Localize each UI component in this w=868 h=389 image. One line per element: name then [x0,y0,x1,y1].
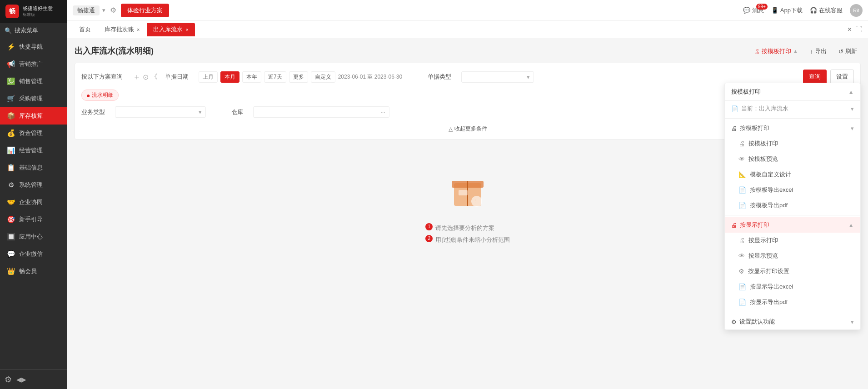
topbar: 畅捷通 ▾ ⚙ 体验行业方案 💬 消息 99+ 📱 App下载 🎧 在线客服 R… [67,0,868,21]
trial-button[interactable]: 体验行业方案 [121,4,169,17]
page-title: 出入库流水(流水明细) [75,45,861,56]
template-section-label: 按模板打印 [740,124,769,132]
display-export-excel-item[interactable]: 📄 按显示导出excel [725,279,860,294]
refresh-label: 刷新 [845,47,857,55]
date-btn-custom[interactable]: 自定义 [311,71,335,83]
sidebar-item-vip[interactable]: 👑 畅会员 [0,263,67,280]
sidebar-item-icon-quick-nav: ⚡ [6,43,15,51]
sidebar-item-icon-operations: 📊 [6,146,15,155]
sidebar-item-system[interactable]: ⚙ 系统管理 [0,176,67,194]
collapse-button[interactable]: △ 收起更多条件 [449,125,487,133]
date-btn-this-year[interactable]: 本年 [242,71,261,83]
display-preview-item[interactable]: 👁 按显示预览 [725,248,860,264]
filter-add-icon[interactable]: ＋ [133,71,141,82]
display-export-pdf-item[interactable]: 📄 按显示导出pdf [725,294,860,310]
tab-出入库流水[interactable]: 出入库流水× [147,23,195,36]
print-button[interactable]: 🖨 按模板打印 ▲ [750,45,802,57]
type-select-arrow: ▾ [527,74,530,80]
topbar-user: 畅捷通 ▾ [73,5,105,15]
export-button[interactable]: ↑ 导出 [807,45,831,57]
divider-3 [725,312,860,312]
sidebar-item-enterprise[interactable]: 🤝 企业协同 [0,194,67,211]
warehouse-select[interactable]: ··· [253,106,389,118]
sidebar-item-purchase[interactable]: 🛒 采购管理 [0,90,67,107]
warehouse-dots[interactable]: ··· [380,109,385,115]
display-print-item[interactable]: 🖨 按显示打印 [725,233,860,248]
date-btn-this-month[interactable]: 本月 [220,71,239,83]
template-design-item[interactable]: 📐 模板自定义设计 [725,167,860,182]
date-start: 2023-06-01 [338,74,366,80]
template-section-icon: 🖨 [731,125,737,132]
user-avatar[interactable]: Rit [850,4,863,17]
sidebar-item-label-operations: 经营管理 [19,146,43,155]
template-preview-item[interactable]: 👁 按模板预览 [725,151,860,167]
tabs-bar: 首页库存批次账×出入库流水× × ⛶ [67,21,868,38]
message-button[interactable]: 💬 消息 99+ [743,6,764,15]
close-window-icon[interactable]: × [848,25,852,34]
date-range-display: 2023-06-01 至 2023-06-30 [338,73,402,81]
sidebar-item-icon-purchase: 🛒 [6,95,15,103]
sidebar-item-label-marketing: 营销推广 [19,60,43,68]
settings-button[interactable]: 设置 [830,70,854,84]
sidebar-item-marketing[interactable]: 📢 营销推广 [0,55,67,73]
tab-close-icon[interactable]: × [185,27,188,32]
sidebar-item-enterprise-wx[interactable]: 💬 企业微信 [0,245,67,263]
set-default-chevron: ▾ [851,319,854,325]
avatar-text: Rit [853,8,859,13]
dropdown-current-chevron[interactable]: ▾ [851,105,854,112]
sidebar-item-basic-info[interactable]: 📋 基础信息 [0,159,67,176]
template-preview-icon: 👁 [738,155,745,163]
online-service-icon: 🎧 [810,7,817,14]
dropdown-section-template[interactable]: 🖨 按模板打印 ▾ [725,120,860,136]
sidebar-item-quick-nav[interactable]: ⚡ 快捷导航 [0,38,67,55]
tip-text-2: 用[过滤]条件来缩小分析范围 [435,234,509,246]
template-design-icon: 📐 [738,171,746,178]
sidebar-item-inventory[interactable]: 📦 库存核算 [0,107,67,125]
type-select[interactable]: ▾ [461,71,534,83]
sidebar-item-sales[interactable]: 💹 销售管理 [0,73,67,90]
app-download-label: App下载 [780,6,803,15]
biz-type-select[interactable]: ▾ [115,106,206,118]
tab-close-icon[interactable]: × [137,27,140,32]
print-chevron: ▲ [793,48,798,55]
template-print-label: 按模板打印 [748,140,778,148]
dropdown-section-display[interactable]: 🖨 按显示打印 ▲ [725,217,860,233]
online-service-button[interactable]: 🎧 在线客服 [810,6,843,15]
collapse-up-icon: △ [449,126,453,132]
refresh-button[interactable]: ↺ 刷新 [835,45,861,57]
template-export-pdf-item[interactable]: 📄 按模板导出pdf [725,198,860,213]
display-print-label: 按显示打印 [748,236,778,244]
maximize-icon[interactable]: ⛶ [855,25,863,34]
app-download-button[interactable]: 📱 App下载 [771,6,803,15]
dropdown-set-default[interactable]: ⚙ 设置默认功能 ▾ [725,314,860,329]
topbar-gear-icon[interactable]: ⚙ [110,6,116,15]
sidebar-collapse-icon[interactable]: ◀▶ [16,376,26,383]
sidebar-search[interactable]: 🔍 搜索菜单 [0,23,67,38]
sidebar-item-newbie[interactable]: 🎯 新手引导 [0,211,67,228]
date-btn-last-month[interactable]: 上月 [199,71,218,83]
sidebar-settings-icon[interactable]: ⚙ [5,374,12,384]
tab-库存批次账[interactable]: 库存批次账× [98,23,146,36]
tab-right-icons: × ⛶ [848,25,863,34]
sidebar-item-app-center[interactable]: 🔲 应用中心 [0,228,67,245]
filter-collapse-icon[interactable]: 《 [150,72,158,82]
query-button[interactable]: 查询 [803,70,827,84]
filter-settings-icon[interactable]: ⊙ [143,73,149,81]
sidebar-item-operations[interactable]: 📊 经营管理 [0,142,67,159]
topbar-user-chevron[interactable]: ▾ [102,7,105,14]
print-label: 按模板打印 [762,47,791,55]
tab-首页[interactable]: 首页 [73,23,97,36]
template-export-excel-item[interactable]: 📄 按模板导出excel [725,182,860,198]
date-btn-more[interactable]: 更多 [289,71,308,83]
display-print-settings-item[interactable]: ⚙ 按显示打印设置 [725,264,860,279]
dropdown-header-chevron[interactable]: ▲ [848,89,854,95]
sidebar-item-label-sales: 销售管理 [19,77,43,85]
search-icon: 🔍 [5,27,12,34]
set-default-icon: ⚙ [731,319,737,325]
empty-tips: 1 请先选择要分析的方案 2 用[过滤]条件来缩小分析范围 [425,222,509,246]
flow-tag[interactable]: ● 流水明细 [81,90,119,101]
date-btn-7days[interactable]: 近7天 [264,71,286,83]
date-label: 单据日期 [165,73,189,81]
template-print-item[interactable]: 🖨 按模板打印 [725,136,860,151]
sidebar-item-finance[interactable]: 💰 资金管理 [0,125,67,142]
